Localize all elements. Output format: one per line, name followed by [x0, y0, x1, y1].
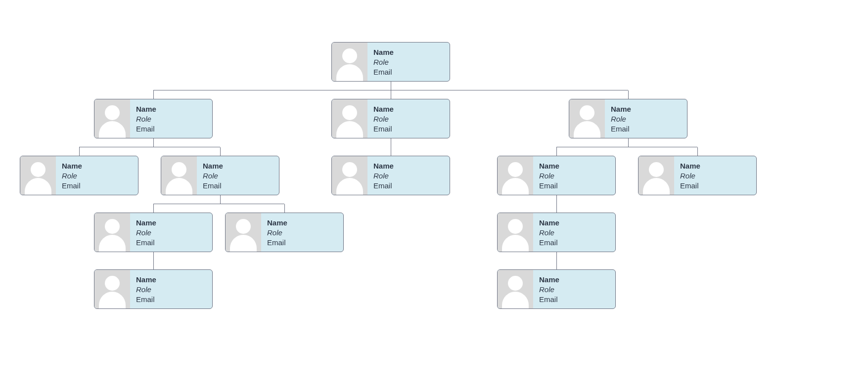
org-node-role: Role	[680, 171, 700, 181]
org-node-name: Name	[539, 275, 559, 285]
person-avatar-placeholder-icon	[20, 156, 56, 195]
org-node-email: Email	[373, 181, 394, 191]
org-node-role: Role	[136, 285, 156, 295]
org-node-info: NameRoleEmail	[130, 213, 161, 252]
org-node-c[interactable]: NameRoleEmail	[569, 99, 687, 138]
org-node-b1[interactable]: NameRoleEmail	[331, 156, 450, 195]
org-node-role: Role	[62, 171, 82, 181]
org-node-role: Role	[373, 57, 394, 67]
org-node-info: NameRoleEmail	[56, 156, 87, 195]
org-node-info: NameRoleEmail	[261, 213, 292, 252]
person-avatar-placeholder-icon	[569, 99, 605, 138]
person-avatar-placeholder-icon	[332, 156, 367, 195]
org-node-info: NameRoleEmail	[367, 43, 399, 81]
org-node-name: Name	[539, 161, 559, 171]
org-node-info: NameRoleEmail	[605, 99, 636, 138]
person-avatar-placeholder-icon	[639, 156, 674, 195]
org-node-c1a[interactable]: NameRoleEmail	[497, 213, 616, 252]
org-node-a2a1[interactable]: NameRoleEmail	[94, 269, 213, 309]
org-node-email: Email	[680, 181, 700, 191]
org-node-email: Email	[373, 124, 394, 134]
org-node-info: NameRoleEmail	[130, 99, 161, 138]
org-node-email: Email	[539, 295, 559, 304]
org-node-c2[interactable]: NameRoleEmail	[638, 156, 757, 195]
org-node-name: Name	[539, 218, 559, 228]
org-node-role: Role	[539, 171, 559, 181]
org-node-name: Name	[267, 218, 287, 228]
person-avatar-placeholder-icon	[498, 156, 533, 195]
org-node-a2a[interactable]: NameRoleEmail	[94, 213, 213, 252]
org-node-c1a1[interactable]: NameRoleEmail	[497, 269, 616, 309]
org-node-email: Email	[539, 181, 559, 191]
person-avatar-placeholder-icon	[161, 156, 197, 195]
org-node-role: Role	[611, 114, 631, 124]
org-node-a[interactable]: NameRoleEmail	[94, 99, 213, 138]
org-node-role: Role	[136, 228, 156, 238]
org-node-role: Role	[373, 171, 394, 181]
org-node-role: Role	[267, 228, 287, 238]
org-node-role: Role	[539, 228, 559, 238]
org-node-email: Email	[539, 238, 559, 248]
org-node-name: Name	[680, 161, 700, 171]
org-node-info: NameRoleEmail	[533, 156, 564, 195]
org-node-name: Name	[136, 275, 156, 285]
person-avatar-placeholder-icon	[498, 213, 533, 252]
org-node-info: NameRoleEmail	[367, 156, 399, 195]
person-avatar-placeholder-icon	[94, 99, 130, 138]
org-node-name: Name	[611, 104, 631, 114]
org-node-name: Name	[373, 161, 394, 171]
person-avatar-placeholder-icon	[226, 213, 261, 252]
org-node-role: Role	[203, 171, 223, 181]
org-node-email: Email	[203, 181, 223, 191]
org-node-info: NameRoleEmail	[674, 156, 705, 195]
org-node-email: Email	[136, 124, 156, 134]
org-node-email: Email	[62, 181, 82, 191]
org-node-name: Name	[203, 161, 223, 171]
org-node-a2[interactable]: NameRoleEmail	[161, 156, 279, 195]
org-node-role: Role	[539, 285, 559, 295]
org-node-root[interactable]: NameRoleEmail	[331, 42, 450, 82]
person-avatar-placeholder-icon	[498, 270, 533, 308]
org-node-info: NameRoleEmail	[533, 270, 564, 308]
org-node-info: NameRoleEmail	[533, 213, 564, 252]
org-node-email: Email	[611, 124, 631, 134]
org-node-email: Email	[373, 67, 394, 77]
org-node-name: Name	[373, 104, 394, 114]
org-node-name: Name	[373, 47, 394, 57]
org-node-info: NameRoleEmail	[367, 99, 399, 138]
org-node-name: Name	[62, 161, 82, 171]
org-node-email: Email	[136, 238, 156, 248]
org-node-info: NameRoleEmail	[197, 156, 228, 195]
person-avatar-placeholder-icon	[332, 99, 367, 138]
org-node-role: Role	[373, 114, 394, 124]
org-node-role: Role	[136, 114, 156, 124]
org-node-email: Email	[136, 295, 156, 304]
org-node-name: Name	[136, 104, 156, 114]
org-node-c1[interactable]: NameRoleEmail	[497, 156, 616, 195]
org-node-info: NameRoleEmail	[130, 270, 161, 308]
org-node-b[interactable]: NameRoleEmail	[331, 99, 450, 138]
person-avatar-placeholder-icon	[332, 43, 367, 81]
org-node-email: Email	[267, 238, 287, 248]
person-avatar-placeholder-icon	[94, 270, 130, 308]
org-node-a1[interactable]: NameRoleEmail	[20, 156, 138, 195]
org-node-a2b[interactable]: NameRoleEmail	[225, 213, 344, 252]
org-node-name: Name	[136, 218, 156, 228]
person-avatar-placeholder-icon	[94, 213, 130, 252]
